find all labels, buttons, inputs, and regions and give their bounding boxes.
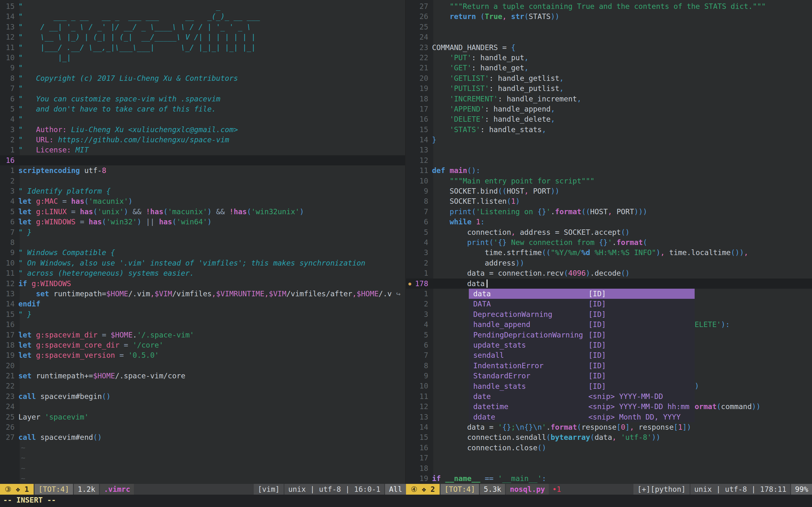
code-line[interactable]: 19let g:spacevim_version = '0.5.0' (0, 350, 405, 360)
code-line[interactable]: 10 """Main entry point for script""" (406, 176, 812, 186)
code-line[interactable]: 20 'GETLIST': handle_getlist, (406, 73, 812, 83)
code-line[interactable]: 14endif (0, 299, 405, 309)
code-line[interactable]: 26 return (True, str(STATS)) (406, 11, 812, 21)
code-line[interactable]: 5 connection, address = SOCKET.accept() (406, 227, 812, 237)
code-line[interactable]: 11" |___/ .__/ \__,_|\___\___| \_/ |_|_|… (0, 43, 405, 53)
code-text (431, 463, 432, 473)
completion-item[interactable]: data[ID] (469, 289, 695, 299)
editor-pane-nosql-py[interactable]: 27 """Return a tuple containing True and… (406, 0, 812, 484)
code-line[interactable]: 21set runtimepath+=$HOME/.space-vim/core (0, 371, 405, 381)
completion-item[interactable]: IndentationError[ID] (469, 360, 695, 371)
code-line[interactable]: 23COMMAND_HANDERS = { (406, 43, 812, 53)
editor-pane-vimrc[interactable]: 15" _14" ___ _ __ __ _ ___ ___ __ _(_)_ … (0, 0, 405, 484)
code-line[interactable]: 3 time.strftime(("%Y/%m/%d %H:%M:%S INFO… (406, 247, 812, 258)
code-line[interactable]: 6let g:WINDOWS = has('win32') || has('wi… (0, 217, 405, 227)
code-line[interactable]: 20 (0, 360, 405, 371)
code-line[interactable]: ●178 data (406, 279, 812, 289)
code-line[interactable]: 26 (0, 422, 405, 432)
code-line[interactable]: 15" _ (0, 1, 405, 11)
code-text: " Copyright (c) 2017 Liu-Cheng Xu & Cont… (17, 73, 238, 83)
completion-item[interactable]: handle_append[ID] (469, 320, 695, 330)
code-line[interactable]: 15" } (0, 309, 405, 320)
code-line[interactable]: 8" Copyright (c) 2017 Liu-Cheng Xu & Con… (0, 73, 405, 83)
empty-line-tilde[interactable]: ~ (0, 473, 405, 484)
completion-item[interactable]: date<snip> YYYY-MM-DD (469, 391, 695, 401)
code-line[interactable]: 9 SOCKET.bind((HOST, PORT)) (406, 186, 812, 196)
code-line[interactable]: 5let g:LINUX = has('unix') && !has('macu… (0, 207, 405, 217)
code-line[interactable]: 1scriptencoding utf-8 (0, 165, 405, 176)
completion-item[interactable]: sendall[ID] (469, 350, 695, 360)
code-line[interactable]: 17 'APPEND': handle_append, (406, 104, 812, 114)
code-line[interactable]: 17let g:spacevim_dir = $HOME.'/.space-vi… (0, 330, 405, 340)
completion-item[interactable]: PendingDepricationWarning[ID] (469, 330, 695, 340)
code-line[interactable]: 6" You can customize space-vim with .spa… (0, 94, 405, 104)
code-line[interactable]: 3" Author: Liu-Cheng Xu <xuliuchengxlc@g… (0, 124, 405, 135)
code-line[interactable]: 19if __name__ == '__main__': (406, 473, 812, 484)
empty-line-tilde[interactable]: ~ (0, 463, 405, 473)
code-line[interactable]: 10" |_| (0, 53, 405, 63)
code-line[interactable]: 1" License: MIT (0, 145, 405, 155)
code-line[interactable]: 2 address)) (406, 258, 812, 268)
code-line[interactable]: 16 connection.close() (406, 443, 812, 453)
code-line[interactable]: 18let g:spacevim_core_dir = '/core' (0, 340, 405, 350)
code-line[interactable]: 7" (0, 83, 405, 94)
code-line[interactable]: 12" \__ \ |_) | (_| | (_| __/_____\ V /|… (0, 32, 405, 42)
code-line[interactable]: 13 set runtimepath=$HOME/.vim,$VIM/vimfi… (0, 289, 405, 299)
code-line[interactable]: 16 (0, 320, 405, 330)
code-line[interactable]: 18 (406, 463, 812, 473)
code-line[interactable]: 7 print('Listening on {}'.format((HOST, … (406, 207, 812, 217)
completion-item[interactable]: ddate<snip> Month DD, YYYY (469, 412, 695, 422)
completion-item[interactable]: DeprecationWarning[ID] (469, 309, 695, 320)
code-line[interactable]: 14 data = '{};\n{}\n'.format(response[0]… (406, 422, 812, 432)
code-line[interactable]: 16 (0, 155, 405, 165)
code-line[interactable]: 18 'INCREMENT': handle_increment, (406, 94, 812, 104)
code-line[interactable]: 4" (0, 114, 405, 124)
code-line[interactable]: 1 data = connection.recv(4096).decode() (406, 268, 812, 278)
empty-line-tilde[interactable]: ~ (0, 443, 405, 453)
code-line[interactable]: 25Layer 'spacevim' (0, 412, 405, 422)
code-line[interactable]: 22 (0, 381, 405, 391)
completion-item[interactable]: handle_stats[ID] (469, 381, 695, 391)
code-line[interactable]: 3" Identify platform { (0, 186, 405, 196)
code-line[interactable]: 14" ___ _ __ __ _ ___ ___ __ _(_)_ __ __… (0, 11, 405, 21)
code-line[interactable]: 13 (406, 145, 812, 155)
code-line[interactable]: 21 'GET': handle_get, (406, 63, 812, 73)
code-line[interactable]: 9" Windows Compatible { (0, 247, 405, 258)
code-line[interactable]: 15 'STATS': handle_stats, (406, 124, 812, 135)
code-line[interactable]: 2" URL: https://github.com/liuchengxu/sp… (0, 135, 405, 145)
code-line[interactable]: 10" On Windows, also use '.vim' instead … (0, 258, 405, 268)
code-line[interactable]: 7" } (0, 227, 405, 237)
code-line[interactable]: 11def main(): (406, 165, 812, 176)
empty-line-tilde[interactable]: ~ (0, 453, 405, 463)
code-line[interactable]: 8 SOCKET.listen(1) (406, 196, 812, 206)
code-line[interactable]: 25 (406, 22, 812, 32)
code-line[interactable]: 24 (406, 32, 812, 42)
code-line[interactable]: 23call spacevim#begin() (0, 391, 405, 401)
sign-column (406, 391, 414, 401)
code-line[interactable]: 6 while 1: (406, 217, 812, 227)
code-line[interactable]: 19 'PUTLIST': handle_putlist, (406, 83, 812, 94)
code-line[interactable]: 24 (0, 401, 405, 412)
code-line[interactable]: 27call spacevim#end() (0, 432, 405, 442)
code-line[interactable]: 15 connection.sendall(bytearray(data, 'u… (406, 432, 812, 442)
code-line[interactable]: 9" (0, 63, 405, 73)
code-line[interactable]: 8 (0, 237, 405, 247)
completion-item[interactable]: update_stats[ID] (469, 340, 695, 350)
code-line[interactable]: 4 print('{} New connection from {}'.form… (406, 237, 812, 247)
code-line[interactable]: 2 (0, 176, 405, 186)
code-line[interactable]: 12if g:WINDOWS (0, 279, 405, 289)
code-line[interactable]: 5" and don't have to take care of this f… (0, 104, 405, 114)
completion-item[interactable]: StandardError[ID] (469, 371, 695, 381)
code-line[interactable]: 16 'DELETE': handle_delete, (406, 114, 812, 124)
completion-item[interactable]: DATA[ID] (469, 299, 695, 309)
code-line[interactable]: 11" across (heterogeneous) systems easie… (0, 268, 405, 278)
code-line[interactable]: 4let g:MAC = has('macunix') (0, 196, 405, 206)
completion-item[interactable]: datetime<snip> YYYY-MM-DD hh:mm (469, 401, 695, 412)
code-line[interactable]: 17 (406, 453, 812, 463)
code-line[interactable]: 27 """Return a tuple containing True and… (406, 1, 812, 11)
code-line[interactable]: 12 (406, 155, 812, 165)
code-line[interactable]: 14} (406, 135, 812, 145)
code-line[interactable]: 13" / __| '_ \ / _' |/ __/ _ \____\ \ / … (0, 22, 405, 32)
command-line[interactable]: -- INSERT -- (0, 495, 812, 507)
code-line[interactable]: 22 'PUT': handle_put, (406, 53, 812, 63)
